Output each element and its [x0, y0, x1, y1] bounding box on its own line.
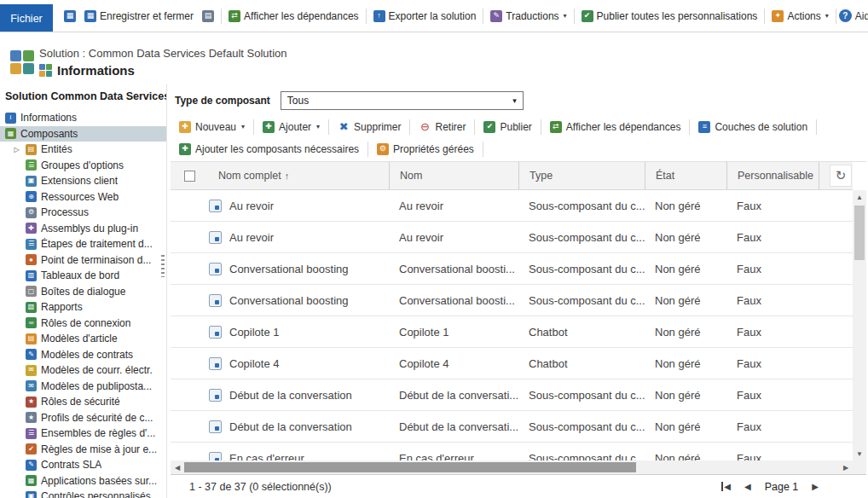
sidebar-item-extensions-client[interactable]: ▣Extensions client [0, 173, 166, 189]
print-button[interactable]: ▤ [198, 8, 218, 25]
sidebar-item-modeles-de-courr-electr[interactable]: ✉Modèles de courr. électr. [0, 362, 166, 379]
next-page-button[interactable]: ▶ [812, 482, 819, 491]
ajouter-button[interactable]: ✚Ajouter▾ [257, 119, 326, 136]
refresh-button[interactable]: ↻ [830, 165, 852, 187]
export-solution-button[interactable]: ↑Exporter la solution [369, 8, 481, 25]
table-row[interactable]: Conversational boostingConversational bo… [171, 253, 853, 285]
column-label: Nom complet [218, 170, 281, 182]
scroll-right-icon[interactable]: ▶ [839, 460, 853, 474]
table-body: Au revoirAu revoirSous-composant du c...… [171, 190, 853, 460]
help-button[interactable]: ? Aide ▾ [839, 9, 868, 22]
article-templates-icon: ▤ [26, 333, 37, 345]
sidebar-item-entites[interactable]: ▷▤Entités [0, 142, 166, 158]
sidebar-resize-grip[interactable] [161, 255, 165, 277]
publish-icon: ✔ [483, 121, 495, 133]
sidebar-item-applications-basees-sur[interactable]: ▦Applications basées sur... [0, 473, 166, 489]
sidebar-item-boites-de-dialogue[interactable]: ▢Boîtes de dialogue [0, 284, 166, 300]
sidebar-item-contrats-sla[interactable]: ✎Contrats SLA [0, 457, 166, 473]
publish-all-customizations-button[interactable]: ✔Publier toutes les personnalisations [577, 8, 762, 25]
table-row[interactable]: Au revoirAu revoirSous-composant du c...… [171, 190, 853, 222]
sidebar-item-modeles-de-publiposta[interactable]: ✉Modèles de publiposta... [0, 379, 166, 395]
save-button[interactable]: ▦ [60, 8, 80, 25]
sidebar-item-ressources-web[interactable]: ⊕Ressources Web [0, 189, 166, 206]
scroll-left-icon[interactable]: ◀ [171, 460, 184, 474]
full-name-cell: Copilote 4 [208, 357, 389, 370]
toolbar-separator [483, 9, 483, 24]
column-header-personnalisable[interactable]: Personnalisable [726, 162, 819, 189]
full-name-cell: Conversational boosting [208, 294, 389, 307]
table-row[interactable]: Copilote 4Copilote 4ChatbotNon géréFaux [171, 348, 853, 379]
supprimer-button[interactable]: ✖Supprimer [332, 119, 407, 136]
sidebar-item-profils-de-securite-de-c[interactable]: ★Profils de sécurité de c... [0, 410, 166, 426]
sidebar-item-roles-de-securite[interactable]: ★Rôles de sécurité [0, 394, 166, 410]
retirer-button[interactable]: ⊖Retirer [413, 119, 472, 136]
vertical-scrollbar[interactable]: ▲ ▼ [853, 190, 866, 460]
button-label: Publier [500, 121, 531, 133]
sidebar-item-modeles-de-contrats[interactable]: ✎Modèles de contrats [0, 347, 166, 363]
file-menu-button[interactable]: Fichier [0, 4, 53, 32]
sidebar-item-label: Composants [20, 128, 78, 140]
table-row[interactable]: En cas d'erreurEn cas d'erreurSous-compo… [171, 443, 853, 460]
sidebar-item-label: Règles de mise à jour e... [41, 443, 157, 455]
table-row[interactable]: Au revoirAu revoirSous-composant du c...… [171, 222, 853, 253]
table-row[interactable]: Copilote 1Copilote 1ChatbotNon géréFaux [171, 316, 853, 348]
scroll-down-icon[interactable]: ▼ [853, 447, 866, 460]
save-and-close-button[interactable]: ▦Enregistrer et fermer [80, 8, 198, 25]
show-dependencies-button[interactable]: ⇄Afficher les dépendances [224, 8, 363, 25]
sidebar-item-point-de-terminaison-d[interactable]: ●Point de terminaison d... [0, 252, 166, 269]
service-endpoints-icon: ● [26, 254, 37, 265]
publier-button[interactable]: ✔Publier [477, 119, 537, 136]
sidebar-item-label: Rapports [41, 301, 83, 313]
horizontal-scrollbar[interactable]: ◀ ▶ [171, 460, 853, 474]
nouveau-button[interactable]: ✚Nouveau▾ [173, 119, 251, 136]
select-all-checkbox[interactable] [184, 171, 195, 182]
proprietes-gerees-button[interactable]: ⚙Propriétés gérées [371, 141, 480, 158]
sidebar-item-controles-personnalises[interactable]: ▣Contrôles personnalisés [0, 489, 166, 498]
sidebar: Solution Common Data Services ... iInfor… [0, 84, 167, 498]
afficher-les-dependances-button[interactable]: ⇄Afficher les dépendances [544, 119, 687, 136]
column-header-etat[interactable]: État [645, 162, 726, 189]
name-cell: Au revoir [389, 200, 518, 212]
ajouter-les-composants-necessaires-button[interactable]: ✚Ajouter les composants nécessaires [173, 141, 365, 158]
first-page-button[interactable]: ◀ [721, 482, 731, 491]
column-label: État [656, 170, 674, 182]
sidebar-item-processus[interactable]: ⚙Processus [0, 205, 166, 221]
horizontal-scroll-thumb[interactable] [184, 462, 636, 472]
sidebar-nav: iInformations▦Composants▷▤Entités☰Groupe… [0, 110, 166, 498]
type-cell: Sous-composant du c... [518, 389, 645, 402]
sidebar-item-groupes-d-options[interactable]: ☰Groupes d'options [0, 158, 166, 174]
sidebar-item-etapes-de-traitement-d[interactable]: ☰Étapes de traitement d... [0, 236, 166, 252]
sidebar-item-rapports[interactable]: ▧Rapports [0, 299, 166, 316]
previous-page-button[interactable]: ◀ [744, 482, 751, 491]
column-header-nom-complet[interactable]: Nom complet↑ [208, 162, 389, 189]
table-row[interactable]: Conversational boostingConversational bo… [171, 285, 853, 316]
client-extensions-icon: ▣ [26, 176, 37, 187]
translations-button[interactable]: ✎Traductions▾ [486, 8, 570, 25]
state-cell: Non géré [645, 389, 726, 402]
expand-arrow-icon[interactable]: ▷ [12, 146, 21, 153]
sidebar-item-roles-de-connexion[interactable]: ∞Rôles de connexion [0, 316, 166, 332]
solution-layers-icon: ≡ [698, 121, 710, 133]
table-row[interactable]: Début de la conversationDébut de la conv… [171, 411, 853, 443]
actions-button[interactable]: ✦Actions▾ [767, 8, 832, 25]
scroll-up-icon[interactable]: ▲ [853, 190, 866, 204]
column-header-type[interactable]: Type [518, 162, 645, 189]
grid-toolbar-secondary: ✚Ajouter les composants nécessaires⚙Prop… [173, 138, 865, 159]
sidebar-item-informations[interactable]: iInformations [0, 110, 166, 126]
table-row[interactable]: Début de la conversationDébut de la conv… [171, 379, 853, 411]
sidebar-item-regles-de-mise-a-jour-e[interactable]: ✔Règles de mise à jour e... [0, 442, 166, 458]
column-header-nom[interactable]: Nom [389, 162, 518, 189]
sidebar-item-composants[interactable]: ▦Composants [0, 126, 166, 142]
sidebar-item-modeles-d-article[interactable]: ▤Modèles d'article [0, 331, 166, 347]
sidebar-item-assemblys-du-plug-in[interactable]: ✚Assemblys du plug-in [0, 221, 166, 237]
security-roles-icon: ★ [26, 397, 37, 408]
component-icon [209, 294, 222, 307]
sidebar-item-tableaux-de-bord[interactable]: ▥Tableaux de bord [0, 268, 166, 284]
component-type-select[interactable]: Tous ▾ [281, 91, 524, 110]
full-name-cell: Au revoir [208, 231, 389, 244]
sidebar-item-ensembles-de-regles-d[interactable]: ☰Ensembles de règles d'... [0, 426, 166, 442]
vertical-scroll-thumb[interactable] [854, 206, 865, 260]
plugin-assemblies-icon: ✚ [26, 223, 37, 234]
couches-de-solution-button[interactable]: ≡Couches de solution [692, 119, 813, 136]
page-title-row: Informations [39, 63, 135, 78]
